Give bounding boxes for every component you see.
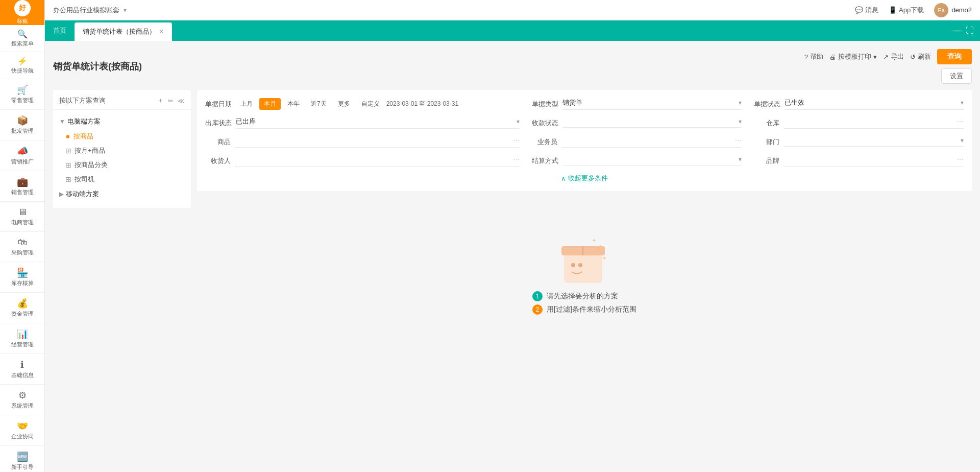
tab-close-icon[interactable]: ✕ bbox=[159, 28, 164, 35]
sidebar-item-ecommerce[interactable]: 🖥 电商管理 bbox=[0, 202, 44, 232]
salesperson-control[interactable]: ··· bbox=[561, 136, 742, 148]
topbar-app-btn[interactable]: 📱 App下载 bbox=[889, 6, 924, 15]
department-control[interactable]: ▾ bbox=[783, 137, 964, 147]
scheme-pc-label: 电脑端方案 bbox=[67, 117, 101, 126]
payment-status-control[interactable]: ▾ bbox=[562, 118, 742, 128]
collapse-panel-icon[interactable]: ≪ bbox=[178, 97, 185, 105]
tab-home[interactable]: 首页 bbox=[45, 20, 75, 41]
scheme-group-mobile[interactable]: ▶ 移动端方案 bbox=[53, 186, 191, 202]
date-btn-this-year[interactable]: 本年 bbox=[283, 98, 304, 110]
refresh-label: 刷新 bbox=[918, 52, 931, 61]
sidebar-item-purchase[interactable]: 🛍 采购管理 bbox=[0, 232, 44, 262]
doctype-control[interactable]: 销货单 ▾ bbox=[562, 98, 742, 110]
topbar-message-btn[interactable]: 💬 消息 bbox=[855, 6, 878, 15]
settlement-control[interactable]: ▾ bbox=[562, 156, 742, 166]
date-btn-custom[interactable]: 自定义 bbox=[357, 98, 384, 110]
sidebar-logo[interactable]: 好 标账 bbox=[0, 0, 45, 25]
tab-sales-stats[interactable]: 销货单统计表（按商品） ✕ bbox=[75, 22, 172, 41]
sidebar-item-inventory[interactable]: 🏪 库存核算 bbox=[0, 262, 44, 293]
refresh-btn[interactable]: ↺ 刷新 bbox=[910, 52, 931, 61]
date-btn-this-month[interactable]: 本月 bbox=[259, 98, 281, 110]
sidebar-item-basic[interactable]: ℹ 基础信息 bbox=[0, 354, 44, 385]
sidebar-item-guide[interactable]: 🆕 新手引导 bbox=[0, 446, 44, 472]
date-btn-more[interactable]: 更多 bbox=[333, 98, 355, 110]
scheme-sub-by-month-product[interactable]: ⊞ 按月+商品 bbox=[53, 144, 191, 158]
filter-row-1: 单据日期 上月 本月 本年 近7天 更多 自定义 2023-03-01 至 20… bbox=[205, 98, 964, 110]
warehouse-status-control[interactable]: 已出库 ▾ bbox=[236, 117, 520, 129]
date-btn-7days[interactable]: 近7天 bbox=[306, 98, 331, 110]
enterprise-icon: 🤝 bbox=[17, 420, 28, 432]
receiver-control[interactable]: ··· bbox=[235, 155, 520, 167]
topbar-dropdown-icon[interactable]: ▾ bbox=[124, 7, 127, 14]
salesperson-dots[interactable]: ··· bbox=[735, 136, 742, 145]
filter-docstatus-item: 单据状态 已生效 ▾ bbox=[754, 98, 964, 110]
sidebar-item-sales[interactable]: 💼 销售管理 bbox=[0, 171, 44, 202]
help-btn[interactable]: ? 帮助 bbox=[804, 52, 823, 61]
warehouse-control[interactable]: ··· bbox=[783, 117, 964, 129]
brand-control[interactable]: ··· bbox=[783, 155, 964, 167]
settings-button[interactable]: 设置 bbox=[941, 68, 972, 84]
docstatus-control[interactable]: 已生效 ▾ bbox=[785, 98, 964, 110]
sidebar-item-retail[interactable]: 🛒 零售管理 bbox=[0, 79, 44, 110]
product-control[interactable]: ··· bbox=[235, 136, 520, 148]
operations-icon: 📊 bbox=[17, 328, 28, 340]
sidebar-item-wholesale[interactable]: 📦 批发管理 bbox=[0, 110, 44, 140]
sidebar-item-marketing[interactable]: 📣 营销推广 bbox=[0, 140, 44, 171]
tip-text-2: 用[过滤]条件来缩小分析范围 bbox=[547, 305, 636, 314]
app-label: App下载 bbox=[899, 6, 924, 15]
scheme-sub-by-cashier[interactable]: ⊞ 按司机 bbox=[53, 172, 191, 186]
ecommerce-label: 电商管理 bbox=[11, 219, 34, 226]
svg-point-4 bbox=[578, 263, 582, 267]
retail-label: 零售管理 bbox=[11, 97, 34, 104]
tab-minimize-icon[interactable]: — bbox=[953, 26, 962, 35]
page-title: 销货单统计表(按商品) bbox=[53, 60, 142, 73]
filter-date-item: 单据日期 上月 本月 本年 近7天 更多 自定义 2023-03-01 至 20… bbox=[205, 98, 520, 110]
sidebar-item-enterprise[interactable]: 🤝 企业协同 bbox=[0, 415, 44, 446]
sidebar-item-system[interactable]: ⚙ 系统管理 bbox=[0, 385, 44, 415]
sidebar-search[interactable]: 🔍 搜索菜单 bbox=[0, 25, 44, 52]
payment-status-label: 收款状态 bbox=[532, 119, 558, 128]
collapse-icon: ∧ bbox=[561, 175, 566, 182]
date-btn-last-month[interactable]: 上月 bbox=[236, 98, 257, 110]
scheme-sub-by-product[interactable]: ● 按商品 bbox=[53, 129, 191, 144]
inventory-icon: 🏪 bbox=[17, 267, 28, 278]
product-dots[interactable]: ··· bbox=[513, 136, 520, 145]
scheme-group-pc[interactable]: ▼ 电脑端方案 bbox=[53, 114, 191, 129]
sidebar-item-finance[interactable]: 💰 资金管理 bbox=[0, 293, 44, 323]
tab-fullscreen-icon[interactable]: ⛶ bbox=[966, 26, 974, 35]
sidebar-item-operations[interactable]: 📊 经营管理 bbox=[0, 323, 44, 354]
nav-icon: ⚡ bbox=[17, 56, 28, 66]
edit-scheme-icon[interactable]: ✏ bbox=[168, 97, 174, 105]
brand-dots[interactable]: ··· bbox=[957, 155, 964, 164]
add-scheme-icon[interactable]: ＋ bbox=[157, 96, 164, 105]
scheme-by-category-label: 按商品分类 bbox=[75, 160, 108, 170]
settlement-label: 结算方式 bbox=[532, 156, 558, 166]
export-btn[interactable]: ↗ 导出 bbox=[883, 52, 904, 61]
topbar-user[interactable]: Ea demo2 bbox=[934, 3, 972, 17]
query-button[interactable]: 查询 bbox=[937, 49, 972, 64]
doctype-dropdown-icon: ▾ bbox=[739, 99, 742, 106]
sidebar-quicknav[interactable]: ⚡ 快捷导航 bbox=[0, 52, 44, 79]
filter-department-item: 部门 ▾ bbox=[754, 137, 964, 147]
department-label: 部门 bbox=[754, 137, 779, 147]
left-panel-header: 按以下方案查询 ＋ ✏ ≪ bbox=[53, 96, 191, 110]
username-label: demo2 bbox=[951, 6, 972, 14]
left-panel-icons: ＋ ✏ ≪ bbox=[157, 96, 185, 105]
salesperson-label: 业务员 bbox=[532, 137, 557, 147]
nav-label: 快捷导航 bbox=[11, 67, 34, 75]
print-btn[interactable]: 🖨 按模板打印 ▾ bbox=[829, 52, 877, 61]
scheme-sub-by-category[interactable]: ⊞ 按商品分类 bbox=[53, 158, 191, 172]
warehouse-label: 仓库 bbox=[754, 119, 779, 128]
print-icon: 🖨 bbox=[829, 53, 836, 61]
message-icon: 💬 bbox=[855, 6, 863, 14]
purchase-label: 采购管理 bbox=[11, 249, 34, 256]
svg-text:✦: ✦ bbox=[592, 238, 596, 243]
page-header: 销货单统计表(按商品) ? 帮助 🖨 按模板打印 ▾ ↗ 导出 bbox=[53, 49, 972, 84]
docstatus-dropdown-icon: ▾ bbox=[961, 99, 964, 106]
empty-illustration: ★ ✦ ✦ bbox=[554, 232, 615, 283]
warehouse-dots[interactable]: ··· bbox=[957, 117, 964, 126]
collapse-conditions-btn[interactable]: ∧ 收起更多条件 bbox=[205, 174, 964, 183]
empty-tips: 1 请先选择要分析的方案 2 用[过滤]条件来缩小分析范围 bbox=[532, 291, 636, 315]
sales-label: 销售管理 bbox=[11, 188, 34, 196]
receiver-dots[interactable]: ··· bbox=[513, 155, 520, 164]
